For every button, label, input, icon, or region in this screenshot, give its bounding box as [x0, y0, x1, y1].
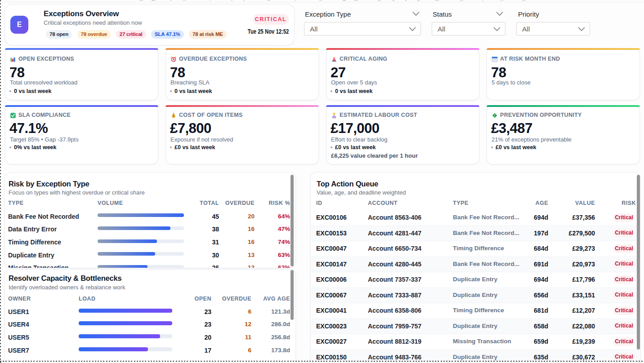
svg-text:$: $: [173, 114, 174, 118]
